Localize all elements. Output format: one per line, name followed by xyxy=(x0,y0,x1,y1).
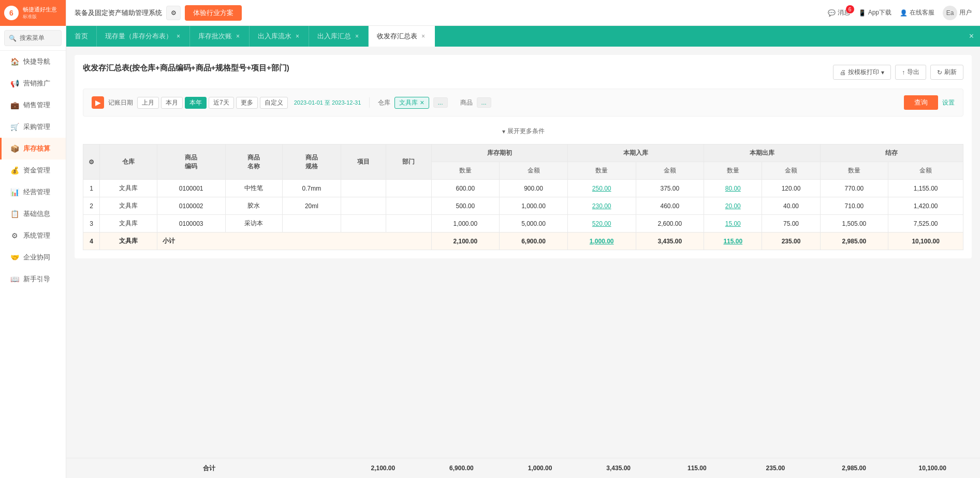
sidebar-item-basic[interactable]: 📋 基础信息 xyxy=(0,203,66,225)
sidebar-item-guide[interactable]: 📖 新手引导 xyxy=(0,268,66,290)
subtotal-balance-amt: 10,100.00 xyxy=(888,233,963,250)
tab-close-icon[interactable]: × xyxy=(235,33,241,40)
main-content: 装备及固定资产辅助管理系统 ⚙ 体验行业方案 💬 消息 6 📱 App下载 👤 … xyxy=(66,0,980,478)
sidebar-item-quick-nav[interactable]: 🏠 快捷导航 xyxy=(0,51,66,73)
row-in-amt: 375.00 xyxy=(636,180,704,197)
tab-batch[interactable]: 库存批次账 × xyxy=(190,26,250,47)
app-name: 畅捷通好生意 xyxy=(23,6,57,13)
app-download-label: App下载 xyxy=(868,8,891,17)
row-no: 2 xyxy=(83,197,100,215)
col-out-amt: 金额 xyxy=(762,162,820,180)
date-options: 上月 本月 本年 近7天 更多 自定义 xyxy=(137,97,288,109)
tab-close-icon[interactable]: × xyxy=(175,33,181,40)
refresh-button[interactable]: ↻ 刷新 xyxy=(930,65,963,80)
table-row: 3 文具库 0100003 采访本 1,000.00 5,000.00 520.… xyxy=(83,215,963,233)
sidebar-item-marketing[interactable]: 📢 营销推广 xyxy=(0,73,66,94)
user-action[interactable]: Ea 用户 xyxy=(943,6,972,20)
row-out-qty[interactable]: 20.00 xyxy=(704,197,762,215)
col-dept-header: 部门 xyxy=(386,144,432,180)
query-button[interactable]: 查询 xyxy=(904,95,938,110)
tab-label: 首页 xyxy=(75,32,88,41)
tab-close-icon[interactable]: × xyxy=(295,33,300,40)
warehouse-tag-close-button[interactable]: × xyxy=(420,98,424,107)
subtotal-out-qty[interactable]: 115.00 xyxy=(704,233,762,250)
date-more[interactable]: 更多 xyxy=(236,97,258,109)
user-label: 用户 xyxy=(959,8,972,17)
sidebar-search-button[interactable]: 🔍 搜索菜单 xyxy=(4,30,62,46)
sidebar-nav: 🏠 快捷导航 📢 营销推广 💼 销售管理 🛒 采购管理 📦 库存核算 💰 资金管… xyxy=(0,51,66,290)
row-opening-amt: 5,000.00 xyxy=(500,215,568,233)
col-in-header: 本期入库 xyxy=(567,144,704,162)
table-settings-header[interactable]: ⚙ xyxy=(83,144,100,180)
table-row: 2 文具库 0100002 胶水 20ml 500.00 1,000.00 23… xyxy=(83,197,963,215)
tab-close-icon[interactable]: × xyxy=(420,33,426,40)
col-balance-amt: 金额 xyxy=(888,162,963,180)
date-last-month[interactable]: 上月 xyxy=(137,97,159,109)
tab-home[interactable]: 首页 xyxy=(66,26,97,47)
row-code: 0100003 xyxy=(157,215,225,233)
row-in-qty[interactable]: 520.00 xyxy=(567,215,636,233)
sidebar-item-label: 快捷导航 xyxy=(23,57,50,66)
goods-more-button[interactable]: ... xyxy=(477,97,491,108)
search-icon: 🔍 xyxy=(9,35,17,42)
trial-button[interactable]: 体验行业方案 xyxy=(185,5,242,21)
app-download-action[interactable]: 📱 App下载 xyxy=(858,8,891,17)
filter-divider xyxy=(369,97,370,108)
col-code-header: 商品编码 xyxy=(157,144,225,180)
row-out-amt: 75.00 xyxy=(762,215,820,233)
print-button[interactable]: 🖨 按模板打印 ▾ xyxy=(833,65,891,80)
online-service-action[interactable]: 👤 在线客服 xyxy=(900,8,934,17)
date-custom[interactable]: 自定义 xyxy=(260,97,288,109)
row-code: 0100001 xyxy=(157,180,225,197)
subtotal-in-amt: 3,435.00 xyxy=(636,233,704,250)
print-icon: 🖨 xyxy=(840,69,846,76)
tab-summary[interactable]: 出入库汇总 × xyxy=(309,26,369,47)
sales-icon: 💼 xyxy=(10,100,19,110)
filter-collapse-button[interactable]: ▶ xyxy=(92,96,104,109)
row-opening-amt: 900.00 xyxy=(500,180,568,197)
sidebar-search-area: 🔍 搜索菜单 xyxy=(0,26,66,51)
row-no: 1 xyxy=(83,180,100,197)
warehouse-more-button[interactable]: ... xyxy=(433,97,448,108)
row-out-qty[interactable]: 80.00 xyxy=(704,180,762,197)
row-dept xyxy=(386,180,432,197)
subtotal-in-qty[interactable]: 1,000.00 xyxy=(567,233,636,250)
sidebar-item-system[interactable]: ⚙ 系统管理 xyxy=(0,225,66,247)
row-balance-amt: 1,155.00 xyxy=(888,180,963,197)
filter-settings-link[interactable]: 设置 xyxy=(942,98,955,107)
warehouse-tag: 文具库 × xyxy=(394,97,429,109)
row-in-qty[interactable]: 250.00 xyxy=(567,180,636,197)
tabs-close-all-button[interactable]: × xyxy=(963,32,980,41)
total-out-amt: 235.00 xyxy=(736,462,815,474)
refresh-label: 刷新 xyxy=(944,68,957,77)
sidebar-item-operations[interactable]: 📊 经营管理 xyxy=(0,181,66,203)
col-balance-qty: 数量 xyxy=(820,162,888,180)
row-dept xyxy=(386,197,432,215)
date-this-month[interactable]: 本月 xyxy=(161,97,183,109)
date-7days[interactable]: 近7天 xyxy=(209,97,234,109)
row-opening-qty: 1,000.00 xyxy=(431,215,500,233)
stock-icon: 📦 xyxy=(10,144,19,153)
sidebar-item-finance[interactable]: 💰 资金管理 xyxy=(0,160,66,181)
sidebar-item-sales[interactable]: 💼 销售管理 xyxy=(0,94,66,116)
tab-recv-send[interactable]: 收发存汇总表 × xyxy=(369,26,435,47)
tab-close-icon[interactable]: × xyxy=(354,33,360,40)
row-out-qty[interactable]: 15.00 xyxy=(704,215,762,233)
row-balance-qty: 770.00 xyxy=(820,180,888,197)
sidebar-item-collab[interactable]: 🤝 企业协同 xyxy=(0,247,66,268)
tab-stock-dist[interactable]: 现存量（库存分布表） × xyxy=(97,26,190,47)
expand-more-row[interactable]: ▾ 展开更多条件 xyxy=(83,123,963,140)
content-card: 收发存汇总表(按仓库+商品编码+商品+规格型号+项目+部门) 🖨 按模板打印 ▾… xyxy=(75,55,972,258)
date-this-year[interactable]: 本年 xyxy=(185,97,207,109)
message-action[interactable]: 💬 消息 6 xyxy=(828,8,850,17)
tab-flow[interactable]: 出入库流水 × xyxy=(250,26,309,47)
header-settings-button[interactable]: ⚙ xyxy=(166,6,181,20)
sidebar-item-label: 采购管理 xyxy=(23,122,50,132)
sidebar-item-purchase[interactable]: 🛒 采购管理 xyxy=(0,116,66,138)
sidebar-item-stock[interactable]: 📦 库存核算 xyxy=(0,138,66,160)
row-in-qty[interactable]: 230.00 xyxy=(567,197,636,215)
col-out-header: 本期出库 xyxy=(704,144,820,162)
export-button[interactable]: ↑ 导出 xyxy=(895,65,926,80)
row-balance-qty: 710.00 xyxy=(820,197,888,215)
total-opening-amt: 6,900.00 xyxy=(422,462,501,474)
